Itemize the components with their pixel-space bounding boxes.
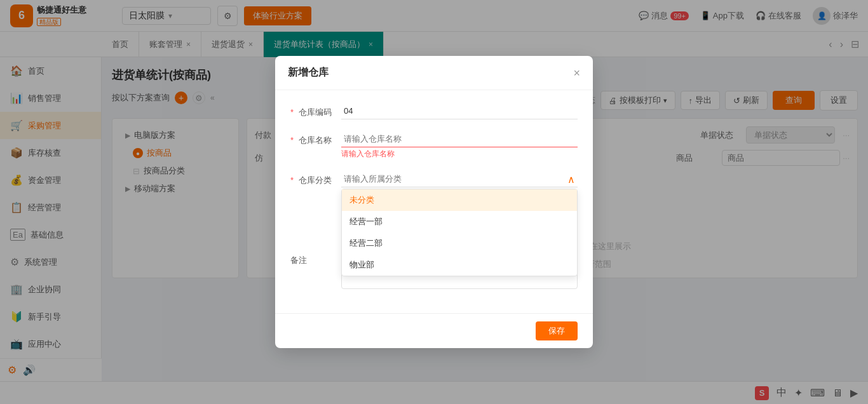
- name-input[interactable]: [341, 131, 578, 147]
- modal-close-button[interactable]: ×: [573, 67, 580, 79]
- dropdown-item-dept3[interactable]: 物业部: [342, 254, 577, 276]
- name-input-wrapper: 请输入仓库名称: [341, 131, 578, 159]
- modal-footer: 保存: [275, 313, 593, 348]
- dropdown-item-dept1[interactable]: 经营一部: [342, 211, 577, 232]
- category-select-wrapper: ∧ 未分类 经营一部 经营二部 物业部: [341, 171, 578, 187]
- form-row-category: * 仓库分类 ∧ 未分类 经营一部 经营二部 物业部: [290, 171, 578, 187]
- dropdown-item-uncategorized[interactable]: 未分类: [342, 189, 577, 211]
- form-row-code: * 仓库编码: [290, 103, 578, 119]
- category-arrow-icon[interactable]: ∧: [567, 173, 575, 185]
- dropdown-item-dept2[interactable]: 经营二部: [342, 232, 577, 254]
- add-warehouse-modal: 新增仓库 × * 仓库编码 * 仓库名称: [275, 56, 593, 348]
- modal-title: 新增仓库: [288, 66, 329, 79]
- category-dropdown: 未分类 经营一部 经营二部 物业部: [341, 189, 578, 276]
- form-row-name: * 仓库名称 请输入仓库名称: [290, 131, 578, 159]
- category-input[interactable]: [341, 171, 578, 187]
- modal-header: 新增仓库 ×: [275, 56, 593, 90]
- save-button[interactable]: 保存: [536, 321, 578, 340]
- note-label: 备注: [290, 251, 341, 266]
- modal-body: * 仓库编码 * 仓库名称 请输入仓库名称: [275, 90, 593, 313]
- code-label: * 仓库编码: [290, 103, 341, 118]
- category-label: * 仓库分类: [290, 171, 341, 186]
- name-label: * 仓库名称: [290, 131, 341, 146]
- code-input[interactable]: [341, 103, 578, 119]
- code-input-wrapper: [341, 103, 578, 119]
- modal-overlay: 新增仓库 × * 仓库编码 * 仓库名称: [0, 0, 868, 404]
- name-error-message: 请输入仓库名称: [341, 149, 578, 159]
